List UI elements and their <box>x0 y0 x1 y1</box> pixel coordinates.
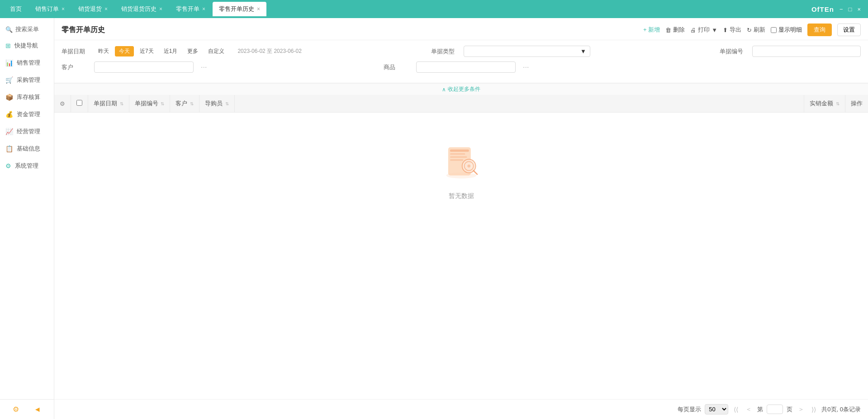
table-container: ⚙ 单据日期 ⇅ 单据编号 ⇅ <box>54 95 868 399</box>
date-btn-more[interactable]: 更多 <box>183 46 202 56</box>
date-btn-last7[interactable]: 近7天 <box>136 46 158 56</box>
collapse-icon[interactable]: ◄ <box>34 405 41 414</box>
per-page-select[interactable]: 102050100 <box>705 404 728 414</box>
doc-number-input[interactable] <box>752 46 861 57</box>
doc-number-label: 单据编号 <box>720 47 745 56</box>
tab-label-sales-return-history: 销货退货历史 <box>121 5 157 13</box>
tab-sales-return-history[interactable]: 销货退货历史× <box>115 2 169 16</box>
settings-button[interactable]: 设置 <box>837 24 861 36</box>
date-btn-yesterday[interactable]: 昨天 <box>94 46 113 56</box>
query-button[interactable]: 查询 <box>807 24 832 36</box>
col-number-sort[interactable]: ⇅ <box>161 101 164 106</box>
sidebar-item-inventory[interactable]: 📦 库存核算 <box>0 89 54 106</box>
add-button[interactable]: + 新增 <box>643 26 660 34</box>
empty-state: 暂无数据 <box>54 113 868 227</box>
tab-sales-order[interactable]: 销售订单× <box>29 2 71 16</box>
product-input[interactable] <box>416 61 516 73</box>
close-btn[interactable]: × <box>857 6 861 13</box>
page-next-btn[interactable]: ＞ <box>796 405 806 414</box>
sidebar-item-finance[interactable]: 💰 资金管理 <box>0 106 54 123</box>
col-customer-sort[interactable]: ⇅ <box>190 101 194 106</box>
date-btn-custom[interactable]: 自定义 <box>204 46 228 56</box>
sidebar-icon-inventory: 📦 <box>5 94 13 101</box>
empty-state-cell: 暂无数据 <box>54 113 868 228</box>
sidebar-item-system[interactable]: ⚙ 系统管理 <box>0 157 54 174</box>
table-settings-header: ⚙ <box>54 95 71 113</box>
tab-close-retail-open-history[interactable]: × <box>257 6 260 12</box>
sidebar-icon-sales: 📊 <box>5 59 13 66</box>
print-button[interactable]: 🖨 打印 ▼ <box>690 26 717 34</box>
sidebar-item-purchase[interactable]: 🛒 采购管理 <box>0 71 54 89</box>
collapse-bar[interactable]: ∧ 收起更多条件 <box>54 83 868 95</box>
date-btn-last_month[interactable]: 近1月 <box>160 46 182 56</box>
tab-close-sales-return-history[interactable]: × <box>159 6 162 12</box>
doc-type-select[interactable]: ▼ <box>464 46 590 57</box>
minimize-btn[interactable]: − <box>840 6 843 13</box>
col-amount-sort[interactable]: ⇅ <box>836 101 840 106</box>
page-content: 零售开单历史 + 新增 🗑 删除 🖨 打印 ▼ ⬆ 导出 <box>54 18 868 419</box>
tab-home[interactable]: 首页 <box>4 2 28 16</box>
sidebar-icon-system: ⚙ <box>5 162 11 169</box>
sidebar-bottom: ⚙ ◄ <box>0 399 54 419</box>
col-date-sort[interactable]: ⇅ <box>120 101 123 106</box>
print-icon: 🖨 <box>690 27 696 33</box>
sidebar-label-operations: 经营管理 <box>17 127 40 136</box>
sidebar-label-finance: 资金管理 <box>17 110 40 118</box>
page-prev-btn[interactable]: ＜ <box>744 405 754 414</box>
delete-label: 删除 <box>673 26 685 34</box>
product-dots-btn[interactable]: ··· <box>523 63 529 71</box>
delete-button[interactable]: 🗑 删除 <box>665 26 685 34</box>
brand-label: OfTEn <box>811 5 834 13</box>
window-controls: OfTEn − □ × <box>811 5 864 13</box>
sidebar-label-inventory: 库存核算 <box>17 93 40 101</box>
svg-rect-5 <box>450 159 463 160</box>
settings-icon[interactable]: ⚙ <box>13 405 19 414</box>
export-button[interactable]: ⬆ 导出 <box>723 26 741 34</box>
tab-retail-open-history[interactable]: 零售开单历史× <box>213 2 266 16</box>
display-detail-checkbox[interactable] <box>771 27 777 33</box>
pagination-bar: 每页显示 102050100 ⟨⟨ ＜ 第 1 页 ＞ ⟩⟩ 共0页, 0条记录 <box>54 399 868 419</box>
sidebar-item-base-info[interactable]: 📋 基础信息 <box>0 140 54 157</box>
svg-rect-3 <box>450 153 465 155</box>
col-operation: 操作 <box>845 95 868 113</box>
date-btn-today[interactable]: 今天 <box>115 46 134 56</box>
print-dropdown-icon: ▼ <box>711 27 717 33</box>
filter-row-1: 单据日期 昨天今天近7天近1月更多自定义 2023-06-02 至 2023-0… <box>62 46 861 57</box>
sidebar-search[interactable]: 🔍 搜索采单 <box>0 22 54 37</box>
tab-label-home: 首页 <box>10 5 22 13</box>
page-suffix: 页 <box>787 405 792 414</box>
refresh-label: 刷新 <box>754 26 765 34</box>
display-detail-toggle[interactable]: 显示明细 <box>771 26 802 34</box>
tab-label-retail-open: 零售开单 <box>176 5 199 13</box>
maximize-btn[interactable]: □ <box>849 6 852 13</box>
tab-sales-return[interactable]: 销货退货× <box>72 2 114 16</box>
col-date: 单据日期 ⇅ <box>88 95 129 113</box>
refresh-icon: ↻ <box>747 27 752 33</box>
page-input[interactable]: 1 <box>767 405 783 414</box>
tab-list: 首页销售订单×销货退货×销货退货历史×零售开单×零售开单历史× <box>4 2 266 16</box>
table-checkbox-header <box>71 95 88 113</box>
print-label: 打印 <box>698 26 710 34</box>
col-guide-sort[interactable]: ⇅ <box>225 101 229 106</box>
tab-close-sales-order[interactable]: × <box>62 6 65 12</box>
select-all-checkbox[interactable] <box>76 100 82 106</box>
col-guide: 导购员 ⇅ <box>199 95 234 113</box>
tab-retail-open[interactable]: 零售开单× <box>170 2 212 16</box>
data-table: ⚙ 单据日期 ⇅ 单据编号 ⇅ <box>54 95 868 227</box>
tab-close-sales-return[interactable]: × <box>104 6 108 12</box>
page-header: 零售开单历史 + 新增 🗑 删除 🖨 打印 ▼ ⬆ 导出 <box>54 18 868 40</box>
tab-close-retail-open[interactable]: × <box>202 6 205 12</box>
customer-dots-btn[interactable]: ··· <box>201 63 207 71</box>
page-first-btn[interactable]: ⟨⟨ <box>732 405 740 414</box>
sidebar-label-quick-nav: 快捷导航 <box>14 42 38 50</box>
sidebar-item-quick-nav[interactable]: ⊞ 快捷导航 <box>0 37 54 54</box>
svg-line-8 <box>473 170 477 174</box>
sidebar-item-operations[interactable]: 📈 经营管理 <box>0 123 54 140</box>
table-settings-icon[interactable]: ⚙ <box>60 100 65 107</box>
sidebar-item-sales[interactable]: 📊 销售管理 <box>0 54 54 71</box>
date-filter-label: 单据日期 <box>62 47 87 56</box>
refresh-button[interactable]: ↻ 刷新 <box>747 26 765 34</box>
empty-illustration <box>439 140 484 185</box>
page-last-btn[interactable]: ⟩⟩ <box>810 405 818 414</box>
customer-input[interactable] <box>94 61 194 73</box>
